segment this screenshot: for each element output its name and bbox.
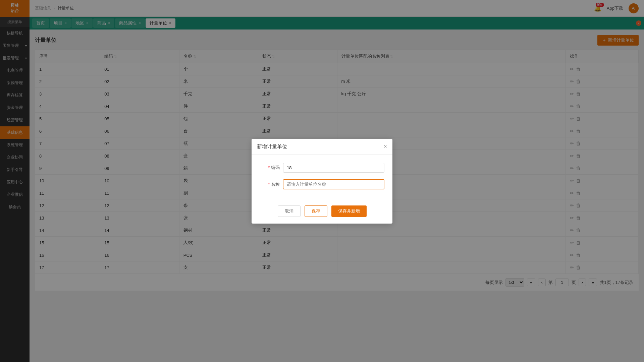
name-label: 名称	[260, 181, 280, 187]
form-code-row: 编码	[260, 163, 384, 173]
save-and-new-button[interactable]: 保存并新增	[331, 205, 367, 217]
form-name-row: 名称	[260, 179, 384, 189]
cancel-button[interactable]: 取消	[278, 205, 301, 217]
modal-title: 新增计量单位	[257, 143, 287, 150]
name-input[interactable]	[283, 179, 384, 189]
modal-close-button[interactable]: ×	[383, 143, 387, 149]
modal-footer: 取消 保存 保存并新增	[252, 201, 392, 224]
save-button[interactable]: 保存	[305, 205, 327, 217]
modal-overlay: 新增计量单位 × 编码 名称 取消 保存 保存并新增	[0, 0, 644, 362]
modal-body: 编码 名称	[252, 155, 392, 201]
code-input[interactable]	[283, 163, 384, 173]
add-unit-modal: 新增计量单位 × 编码 名称 取消 保存 保存并新增	[252, 139, 392, 224]
modal-header: 新增计量单位 ×	[252, 139, 392, 155]
code-label: 编码	[260, 165, 280, 171]
